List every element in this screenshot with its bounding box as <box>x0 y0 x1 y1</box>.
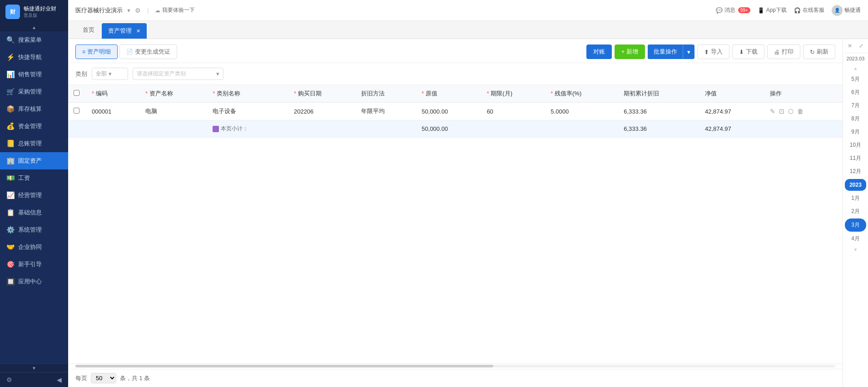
sidebar-item-operations[interactable]: 📈 经营管理 <box>0 187 68 204</box>
month-6[interactable]: 6月 <box>843 86 868 99</box>
batch-button-group: 批量操作 ▾ <box>648 45 694 59</box>
scroll-track <box>75 365 835 367</box>
month-5[interactable]: 5月 <box>843 73 868 86</box>
td-net-value: 42,874.97 <box>699 103 764 120</box>
chevron-down-icon: ▾ <box>687 49 690 55</box>
subtotal-row: 本页小计： 50,000.00 6,333.36 42,874.97 <box>68 120 843 138</box>
month-3-active[interactable]: 3月 <box>845 218 866 232</box>
month-scroll-up-icon[interactable]: ▲ <box>843 64 868 73</box>
online-service-action[interactable]: 🎧 在线客服 <box>794 6 824 14</box>
message-action[interactable]: 💬 消息 99+ <box>716 6 750 14</box>
sidebar-item-fixed-assets[interactable]: 🏢 固定资产 <box>0 152 68 169</box>
right-panel-expand-icon[interactable]: ⤢ <box>858 42 864 50</box>
sidebar-item-funds[interactable]: 💰 资金管理 <box>0 118 68 135</box>
th-period: * 期限(月) <box>481 85 546 103</box>
month-7[interactable]: 7月 <box>843 99 868 112</box>
sidebar-item-payroll[interactable]: 💵 工资 <box>0 169 68 187</box>
td-purchase-date: 202206 <box>288 103 356 120</box>
settings-bottom-icon[interactable]: ⚙ <box>6 376 12 383</box>
cloud-icon: ☁ <box>155 7 160 14</box>
filter-category-label: 类别 <box>75 70 87 78</box>
refresh-button[interactable]: ↻ 刷新 <box>803 45 835 59</box>
batch-button[interactable]: 批量操作 <box>648 45 683 59</box>
share-icon[interactable]: ⬡ <box>788 108 794 115</box>
headset-icon: 🎧 <box>794 7 801 14</box>
search-icon: 🔍 <box>6 36 15 44</box>
month-11[interactable]: 11月 <box>843 152 868 165</box>
sidebar-item-quick-nav[interactable]: ⚡ 快捷导航 <box>0 49 68 66</box>
right-panel-close-icon[interactable]: ✕ <box>847 42 853 50</box>
user-area[interactable]: 👤 畅捷通 <box>832 5 861 16</box>
th-initial-accumulated: 期初累计折旧 <box>618 85 699 103</box>
month-2[interactable]: 2月 <box>843 205 868 218</box>
month-4[interactable]: 4月 <box>843 232 868 245</box>
th-category: * 类别名称 <box>207 85 288 103</box>
sidebar-item-basic-info[interactable]: 📋 基础信息 <box>0 204 68 221</box>
filter-category-type[interactable]: 全部 ▾ <box>92 68 128 80</box>
voucher-tab[interactable]: 📄 变更生成凭证 <box>119 45 177 59</box>
copy-icon[interactable]: ⊡ <box>779 108 784 115</box>
sidebar-scroll-up[interactable]: ▲ <box>0 24 68 31</box>
sidebar-item-ledger[interactable]: 📒 总账管理 <box>0 135 68 152</box>
th-original-value: * 原值 <box>416 85 481 103</box>
topbar-right: 💬 消息 99+ 📱 App下载 🎧 在线客服 👤 畅捷通 <box>716 5 861 16</box>
tab-home[interactable]: 首页 <box>75 22 102 39</box>
sidebar-item-inventory[interactable]: 📦 库存核算 <box>0 100 68 118</box>
collapse-icon[interactable]: ◀ <box>57 376 62 383</box>
month-9[interactable]: 9月 <box>843 125 868 139</box>
sidebar-item-purchase[interactable]: 🛒 采购管理 <box>0 83 68 100</box>
td-period: 60 <box>481 103 546 120</box>
sidebar-item-enterprise[interactable]: 🤝 企业协同 <box>0 238 68 256</box>
month-8[interactable]: 8月 <box>843 112 868 125</box>
per-page-label: 每页 <box>75 374 87 382</box>
sidebar-item-guide[interactable]: 🎯 新手引导 <box>0 256 68 273</box>
company-name: 医疗器械行业演示 <box>75 6 123 15</box>
per-page-select[interactable]: 50 100 <box>91 373 116 383</box>
month-scroll-down-icon[interactable]: ▼ <box>843 245 868 254</box>
sidebar-item-search[interactable]: 🔍 搜索菜单 <box>0 31 68 49</box>
month-12[interactable]: 12月 <box>843 165 868 178</box>
row-checkbox[interactable] <box>74 108 79 114</box>
td-depreciation-method: 年限平均 <box>356 103 416 120</box>
main-content: 医疗器械行业演示 ▼ ⚙ | ☁ 我要体验一下 💬 消息 99+ 📱 App下载… <box>68 0 868 387</box>
message-badge: 99+ <box>738 7 750 13</box>
edit-icon[interactable]: ✎ <box>770 108 775 115</box>
sidebar-item-app-center[interactable]: 🔲 应用中心 <box>0 273 68 290</box>
td-operations: ✎ ⊡ ⬡ 🗑 <box>764 103 843 120</box>
download-button[interactable]: ⬇ 下载 <box>732 45 764 59</box>
sidebar-scroll-down[interactable]: ▼ <box>0 364 68 372</box>
tabbar: 首页 资产管理 ✕ <box>68 21 868 39</box>
sidebar-nav: 🔍 搜索菜单 ⚡ 快捷导航 📊 销售管理 🛒 采购管理 📦 库存核算 💰 资金管… <box>0 31 68 364</box>
print-button[interactable]: 🖨 打印 <box>767 45 800 59</box>
tab-close-icon[interactable]: ✕ <box>136 28 140 34</box>
batch-dropdown-button[interactable]: ▾ <box>683 45 694 59</box>
sidebar-bottom: ⚙ ◀ <box>0 372 68 387</box>
th-residual-rate: * 残值率(%) <box>545 85 618 103</box>
reconcile-button[interactable]: 对账 <box>586 45 612 59</box>
company-gear-icon[interactable]: ⚙ <box>135 7 141 14</box>
company-dropdown-icon[interactable]: ▼ <box>126 8 131 13</box>
asset-detail-tab[interactable]: ≡ 资产明细 <box>75 45 118 59</box>
td-initial-accumulated: 6,333.36 <box>618 103 699 120</box>
new-button[interactable]: + 新增 <box>615 45 645 59</box>
horizontal-scrollbar[interactable] <box>68 363 843 369</box>
month-1[interactable]: 1月 <box>843 192 868 205</box>
voucher-icon: 📄 <box>126 49 133 55</box>
sidebar-item-system[interactable]: ⚙️ 系统管理 <box>0 221 68 238</box>
month-10[interactable]: 10月 <box>843 139 868 152</box>
subtotal-label: 本页小计： <box>213 125 283 133</box>
handshake-icon: 🤝 <box>6 243 15 251</box>
table-container: * 编码 * 资产名称 * 类别名称 * 购买日期 折旧方法 * 原值 * 期限… <box>68 85 843 363</box>
select-all-checkbox[interactable] <box>74 90 79 96</box>
row-operations: ✎ ⊡ ⬡ 🗑 <box>770 108 837 115</box>
download-icon: ⬇ <box>739 49 744 55</box>
delete-icon[interactable]: 🗑 <box>797 108 804 115</box>
message-icon: 💬 <box>716 7 723 14</box>
toolbar-actions: 对账 + 新增 批量操作 ▾ ⬆ 导 <box>586 45 835 59</box>
filter-category-input[interactable]: 请选择固定资产类别 ▾ <box>133 68 223 80</box>
tab-asset-management[interactable]: 资产管理 ✕ <box>102 23 147 39</box>
app-download-action[interactable]: 📱 App下载 <box>758 6 787 14</box>
import-button[interactable]: ⬆ 导入 <box>697 45 729 59</box>
right-panel: ✕ ⤢ 2023.03 ▲ 5月 6月 7月 8月 9月 10月 11月 12月… <box>843 39 868 387</box>
sidebar-item-sales[interactable]: 📊 销售管理 <box>0 66 68 83</box>
